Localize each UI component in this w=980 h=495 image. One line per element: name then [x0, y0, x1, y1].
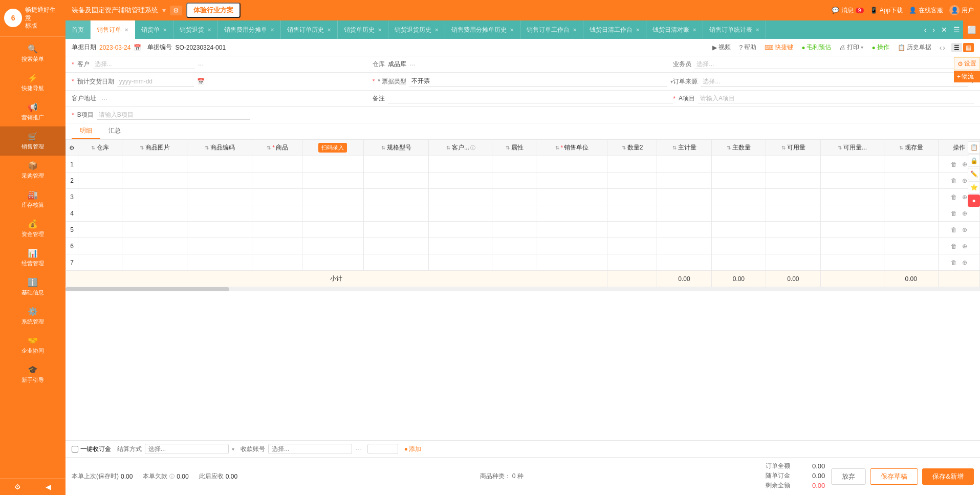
- delete-row-4-icon[interactable]: 🗑: [951, 210, 957, 217]
- cell-code-5[interactable]: [187, 222, 252, 238]
- cell-qty2-1[interactable]: [607, 156, 657, 173]
- cell-warehouse-2[interactable]: [78, 173, 122, 189]
- cell-qty2-5[interactable]: [607, 222, 657, 238]
- cell-main-unit-7[interactable]: [657, 254, 711, 271]
- date-calendar-icon[interactable]: 📅: [134, 44, 141, 51]
- cell-warehouse-7[interactable]: [78, 254, 122, 271]
- tab-fee-history[interactable]: 销售费用分摊单历史 ✕: [445, 20, 520, 39]
- delivery-calendar-icon[interactable]: 📅: [197, 78, 205, 85]
- cell-spec-1[interactable]: [363, 156, 428, 173]
- sidebar-collapse-btn[interactable]: ◀: [46, 483, 51, 491]
- address-dots-icon[interactable]: ···: [101, 95, 107, 103]
- table-container[interactable]: ⚙ ⇅ 仓库 ⇅ 商品图片: [66, 139, 980, 440]
- cell-available2-7[interactable]: [820, 254, 884, 271]
- cell-qty2-3[interactable]: [607, 189, 657, 205]
- cell-main-unit-4[interactable]: [657, 205, 711, 222]
- cell-available-1[interactable]: [766, 156, 820, 173]
- tab-order-workbench[interactable]: 销售订单工作台 ✕: [520, 20, 583, 39]
- tab-close-sales-fee[interactable]: ✕: [270, 27, 274, 33]
- tab-daily-workbench[interactable]: 钱货日清工作台 ✕: [583, 20, 646, 39]
- customer-input[interactable]: [93, 59, 195, 69]
- cell-product-4[interactable]: [252, 205, 302, 222]
- user-btn[interactable]: 👤 用户: [949, 5, 974, 15]
- tab-daily-reconcile[interactable]: 钱货日清对账 ✕: [646, 20, 703, 39]
- tab-prev-btn[interactable]: ‹: [921, 20, 930, 39]
- sidebar-item-marketing[interactable]: 📢 营销推广: [0, 97, 66, 126]
- save-new-btn[interactable]: 保存&新增: [922, 468, 974, 485]
- sort-icon[interactable]: ⇅: [140, 145, 144, 150]
- cell-attr-2[interactable]: [492, 173, 536, 189]
- cell-customer-code-5[interactable]: [429, 222, 492, 238]
- cell-spec-2[interactable]: [363, 173, 428, 189]
- cell-warehouse-6[interactable]: [78, 238, 122, 254]
- warehouse-dots-icon[interactable]: ···: [409, 60, 416, 69]
- cell-main-unit-5[interactable]: [657, 222, 711, 238]
- cell-product-6[interactable]: [252, 238, 302, 254]
- cell-attr-6[interactable]: [492, 238, 536, 254]
- cell-qty2-4[interactable]: [607, 205, 657, 222]
- profit-btn[interactable]: ● 毛利预估: [799, 42, 833, 53]
- cell-available-3[interactable]: [766, 189, 820, 205]
- tab-sales-goods[interactable]: 销货单 ✕: [135, 20, 173, 39]
- b-project-input[interactable]: [97, 110, 250, 120]
- cell-available-5[interactable]: [766, 222, 820, 238]
- tab-sales-fee[interactable]: 销售费用分摊单 ✕: [218, 20, 281, 39]
- cell-stock-2[interactable]: [884, 173, 938, 189]
- staff-input[interactable]: [694, 59, 965, 69]
- tab-close-sales-return[interactable]: ✕: [207, 27, 211, 33]
- save-draft-btn[interactable]: 保存草稿: [870, 468, 918, 485]
- right-action-3[interactable]: ✏️: [968, 168, 980, 180]
- cell-product-5[interactable]: [252, 222, 302, 238]
- copy-row-7-icon[interactable]: ⊕: [962, 259, 967, 266]
- cell-main-qty-4[interactable]: [711, 205, 766, 222]
- form-view-btn[interactable]: ▦: [963, 43, 974, 52]
- cell-available-6[interactable]: [766, 238, 820, 254]
- cell-qty2-7[interactable]: [607, 254, 657, 271]
- cell-stock-3[interactable]: [884, 189, 938, 205]
- add-float-btn[interactable]: + 物流: [954, 71, 980, 82]
- cell-main-qty-1[interactable]: [711, 156, 766, 173]
- cell-spec-4[interactable]: [363, 205, 428, 222]
- cell-stock-7[interactable]: [884, 254, 938, 271]
- cell-main-qty-6[interactable]: [711, 238, 766, 254]
- sort-icon[interactable]: ⇅: [727, 145, 731, 150]
- tab-close-goods-history[interactable]: ✕: [378, 27, 382, 33]
- sort-icon[interactable]: ⇅: [205, 145, 209, 150]
- th-settings[interactable]: ⚙: [66, 140, 78, 156]
- shortcut-btn[interactable]: ⌨ 快捷键: [763, 42, 795, 53]
- scan-btn[interactable]: 扫码录入: [318, 143, 347, 153]
- copy-row-2-icon[interactable]: ⊕: [962, 177, 967, 184]
- cell-available2-1[interactable]: [820, 156, 884, 173]
- settings-float-btn[interactable]: ⚙ 设置: [954, 57, 980, 70]
- help-btn[interactable]: ? 帮助: [737, 42, 758, 53]
- cell-spec-5[interactable]: [363, 222, 428, 238]
- cell-available-4[interactable]: [766, 205, 820, 222]
- sidebar-item-nav[interactable]: ⚡ 快捷导航: [0, 68, 66, 97]
- cell-image-5[interactable]: [122, 222, 187, 238]
- cell-product-2[interactable]: [252, 173, 302, 189]
- ticket-value[interactable]: 不开票: [409, 76, 667, 87]
- cell-available-2[interactable]: [766, 173, 820, 189]
- settlement-dropdown-icon[interactable]: ▾: [232, 446, 234, 452]
- cell-qty2-6[interactable]: [607, 238, 657, 254]
- delete-row-6-icon[interactable]: 🗑: [951, 243, 957, 250]
- copy-row-4-icon[interactable]: ⊕: [962, 210, 967, 217]
- cell-stock-5[interactable]: [884, 222, 938, 238]
- tab-next-btn[interactable]: ›: [929, 20, 938, 39]
- tab-close-sales-goods[interactable]: ✕: [163, 27, 167, 33]
- app-download-btn[interactable]: 📱 App下载: [870, 6, 903, 15]
- sort-icon[interactable]: ⇅: [91, 145, 95, 150]
- tab-sales-return[interactable]: 销货退货 ✕: [173, 20, 218, 39]
- dropdown-arrow-icon[interactable]: ▾: [162, 6, 166, 14]
- cell-qty2-2[interactable]: [607, 173, 657, 189]
- copy-row-3-icon[interactable]: ⊕: [962, 193, 967, 201]
- cell-product-1[interactable]: [252, 156, 302, 173]
- cell-warehouse-3[interactable]: [78, 189, 122, 205]
- right-action-2[interactable]: 🔒: [968, 155, 980, 167]
- cell-warehouse-4[interactable]: [78, 205, 122, 222]
- right-action-4[interactable]: ⭐: [968, 181, 980, 193]
- sidebar-item-sales[interactable]: 🛒 销售管理: [0, 126, 66, 156]
- tab-close-return-history[interactable]: ✕: [434, 27, 439, 33]
- cell-code-2[interactable]: [187, 173, 252, 189]
- tab-sales-order-history[interactable]: 销售订单历史 ✕: [281, 20, 338, 39]
